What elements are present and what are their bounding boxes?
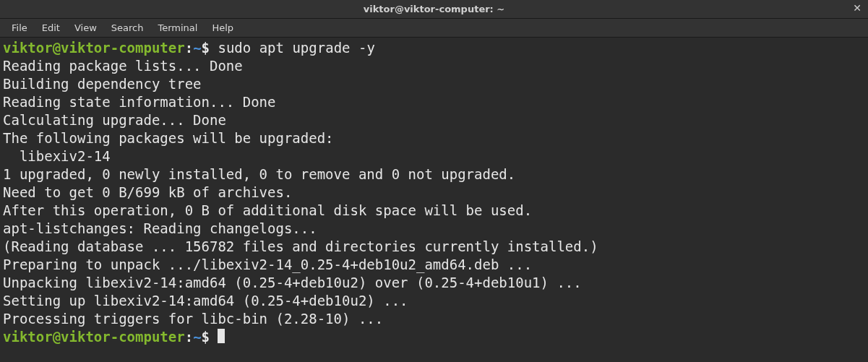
output-line: 1 upgraded, 0 newly installed, 0 to remo… (3, 166, 515, 182)
output-line: Calculating upgrade... Done (3, 112, 226, 128)
terminal-area[interactable]: viktor@viktor-computer:~$ sudo apt upgra… (0, 38, 868, 362)
prompt-sep: : (185, 329, 193, 345)
prompt-line-2: viktor@viktor-computer:~$ (3, 329, 225, 345)
window-title: viktor@viktor-computer: ~ (364, 4, 504, 14)
prompt-path: ~ (193, 40, 201, 56)
output-line: Setting up libexiv2-14:amd64 (0.25-4+deb… (3, 293, 408, 309)
output-line: libexiv2-14 (3, 148, 111, 164)
output-line: After this operation, 0 B of additional … (3, 202, 532, 218)
prompt-sigil: $ (202, 329, 210, 345)
prompt-sep: : (185, 40, 193, 56)
window-titlebar: viktor@viktor-computer: ~ ✕ (0, 0, 868, 19)
cursor (218, 329, 225, 343)
output-line: Need to get 0 B/699 kB of archives. (3, 184, 292, 200)
output-line: Building dependency tree (3, 76, 202, 92)
close-icon[interactable]: ✕ (851, 3, 864, 16)
output-line: (Reading database ... 156782 files and d… (3, 238, 598, 254)
menu-edit[interactable]: Edit (35, 20, 67, 36)
prompt-path: ~ (193, 329, 201, 345)
output-line: Processing triggers for libc-bin (2.28-1… (3, 311, 383, 327)
prompt-userhost: viktor@viktor-computer (3, 40, 185, 56)
menu-view[interactable]: View (67, 20, 104, 36)
prompt-sigil: $ (202, 40, 210, 56)
output-line: Reading state information... Done (3, 94, 276, 110)
output-line: Unpacking libexiv2-14:amd64 (0.25-4+deb1… (3, 275, 582, 290)
output-line: Reading package lists... Done (3, 58, 243, 74)
menu-search[interactable]: Search (104, 20, 151, 36)
menu-file[interactable]: File (4, 20, 35, 36)
output-line: apt-listchanges: Reading changelogs... (3, 220, 317, 236)
prompt-userhost: viktor@viktor-computer (3, 329, 185, 345)
output-line: The following packages will be upgraded: (3, 130, 334, 146)
command-text: sudo apt upgrade -y (218, 40, 374, 56)
menu-bar: File Edit View Search Terminal Help (0, 19, 868, 38)
menu-help[interactable]: Help (205, 20, 241, 36)
menu-terminal[interactable]: Terminal (150, 20, 205, 36)
prompt-line-1: viktor@viktor-computer:~$ sudo apt upgra… (3, 40, 375, 56)
output-line: Preparing to unpack .../libexiv2-14_0.25… (3, 257, 532, 272)
